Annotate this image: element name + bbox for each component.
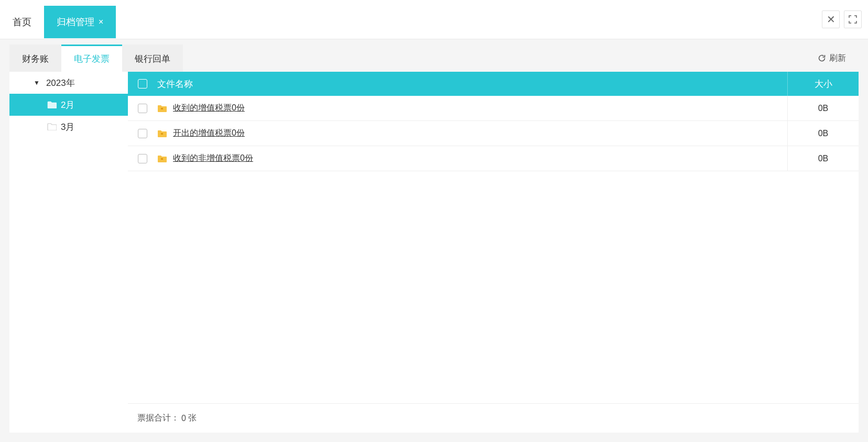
- table-body: 收到的增值税票0份 0B: [128, 96, 859, 403]
- refresh-icon: [818, 54, 826, 62]
- sub-tabs-row: 财务账 电子发票 银行回单 刷新: [9, 45, 859, 72]
- header-size: 大小: [787, 72, 859, 96]
- row-name-link[interactable]: 收到的非增值税票0份: [173, 153, 253, 164]
- table-footer: 票据合计： 0 张: [128, 403, 859, 433]
- footer-unit: 张: [188, 413, 197, 424]
- svg-rect-2: [161, 158, 163, 160]
- top-tabs-bar: 首页 归档管理 × ✕: [0, 0, 868, 39]
- content-box: 财务账 电子发票 银行回单 刷新: [9, 45, 859, 433]
- header-name: 文件名称: [157, 78, 787, 90]
- folder-icon: [157, 155, 167, 162]
- footer-count: 0: [181, 414, 186, 423]
- row-checkbox[interactable]: [138, 129, 147, 138]
- fullscreen-button[interactable]: [844, 10, 862, 28]
- row-name-link[interactable]: 开出的增值税票0份: [173, 128, 245, 139]
- expand-icon: [849, 15, 857, 24]
- table-header: 文件名称 大小: [128, 72, 859, 96]
- tree-month-2-label: 2月: [61, 99, 74, 111]
- select-all-checkbox[interactable]: [138, 79, 147, 89]
- table-row: 开出的增值税票0份 0B: [128, 121, 859, 146]
- row-size: 0B: [787, 96, 859, 120]
- tree-month-2[interactable]: 2月: [9, 94, 128, 116]
- row-size: 0B: [787, 146, 859, 171]
- folder-outline-icon: [47, 123, 57, 130]
- svg-rect-1: [161, 133, 163, 135]
- tab-finance-label: 财务账: [22, 53, 49, 65]
- tree-month-3-label: 3月: [61, 121, 74, 133]
- chevron-down-icon: ▼: [34, 79, 40, 86]
- tab-archive[interactable]: 归档管理 ×: [44, 6, 116, 38]
- row-size: 0B: [787, 121, 859, 146]
- tab-home[interactable]: 首页: [0, 6, 44, 38]
- row-checkbox[interactable]: [138, 154, 147, 163]
- folder-icon: [47, 101, 57, 108]
- tab-bank-label: 银行回单: [135, 53, 170, 65]
- row-name-link[interactable]: 收到的增值税票0份: [173, 103, 245, 114]
- svg-rect-0: [161, 108, 163, 109]
- close-icon[interactable]: ×: [99, 17, 103, 27]
- tab-bank[interactable]: 银行回单: [122, 45, 183, 72]
- tab-einvoice-label: 电子发票: [74, 53, 110, 65]
- close-panel-button[interactable]: ✕: [822, 10, 840, 28]
- tree-year-2023[interactable]: ▼ 2023年: [9, 72, 128, 94]
- folder-icon: [157, 105, 167, 112]
- tree-year-label: 2023年: [46, 77, 75, 89]
- top-actions: ✕: [822, 10, 868, 28]
- tree-month-3[interactable]: 3月: [9, 116, 128, 138]
- refresh-label: 刷新: [829, 53, 846, 64]
- table-row: 收到的非增值税票0份 0B: [128, 146, 859, 171]
- footer-label: 票据合计：: [137, 413, 179, 424]
- x-icon: ✕: [827, 13, 836, 26]
- table-area: 文件名称 大小: [128, 72, 859, 433]
- table-row: 收到的增值税票0份 0B: [128, 96, 859, 121]
- refresh-button[interactable]: 刷新: [818, 53, 859, 64]
- sidebar-tree: ▼ 2023年 2月 3月: [9, 72, 128, 433]
- row-checkbox[interactable]: [138, 104, 147, 113]
- tab-einvoice[interactable]: 电子发票: [61, 45, 122, 72]
- folder-icon: [157, 130, 167, 137]
- tab-finance[interactable]: 财务账: [9, 45, 61, 72]
- tab-home-label: 首页: [13, 16, 31, 28]
- tab-archive-label: 归档管理: [57, 16, 94, 28]
